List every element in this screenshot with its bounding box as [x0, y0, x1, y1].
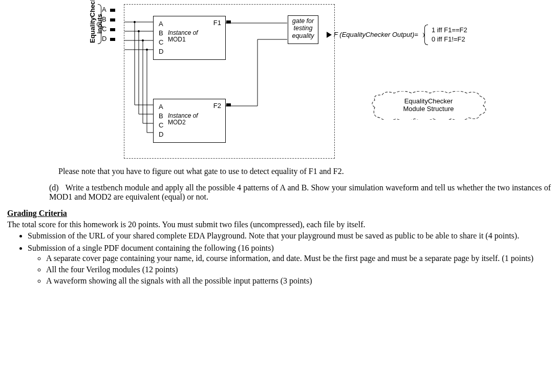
document-body: Please note that you have to figure out … [7, 167, 551, 286]
mod2-instance-of: Instance of [168, 112, 198, 119]
mod2-port-a: A [156, 102, 163, 112]
mod1-port-d-label: D [159, 48, 163, 55]
mod1-box: A B C D Instance of MOD1 F1 [153, 16, 226, 60]
mod2-port-c-label: C [159, 122, 163, 129]
equality-inputs-stack: A B C D [102, 5, 115, 44]
svg-point-0 [134, 21, 135, 23]
mod2-name: MOD2 [168, 119, 186, 126]
gate-line2: testing [294, 25, 313, 32]
equality-case-1: 1 iff F1==F2 [432, 27, 467, 34]
grading-subbullet-1: A separate cover page containing your na… [46, 254, 551, 263]
arrow-right-filled-icon [327, 32, 332, 38]
grading-bullets: Submission of the URL of your shared com… [28, 231, 551, 286]
mod2-port-a-label: A [159, 103, 163, 111]
input-row-c: C [102, 25, 115, 34]
grading-subbullet-3: A waveform showing all the signals with … [46, 276, 551, 286]
mod2-text: Instance of MOD2 [168, 113, 198, 126]
left-brace-icon [421, 25, 428, 45]
pin-icon [110, 9, 115, 12]
inputs-brace [97, 4, 101, 44]
part-d-paragraph: (d) Write a testbench module and apply a… [49, 183, 551, 202]
input-letter-b: B [102, 16, 108, 23]
mod2-port-d-label: D [159, 131, 163, 138]
mod2-box: A B C D Instance of MOD2 F2 [153, 99, 226, 143]
mod1-port-column: A B C D [156, 19, 163, 56]
mod1-port-b: B [156, 29, 163, 38]
equality-case-2: 0 iff F1!=F2 [432, 36, 467, 43]
input-row-d: D [102, 34, 115, 44]
mod1-port-d: D [156, 47, 163, 56]
mod2-port-b: B [156, 112, 163, 121]
gate-line3: equality [292, 32, 314, 39]
svg-point-1 [138, 30, 139, 32]
mod1-port-c-label: C [159, 39, 163, 46]
equality-gate-box: gate for testing equality [288, 15, 318, 44]
grading-subbullet-2: All the four Verilog modules (12 points) [46, 265, 551, 274]
grading-bullet-2: Submission of a single PDF document cont… [28, 244, 551, 286]
mod2-port-d: D [156, 130, 163, 139]
part-d-body: Write a testbench module and apply all t… [49, 183, 551, 201]
grading-bullet-1: Submission of the URL of your shared com… [28, 231, 551, 241]
mod2-port-c: C [156, 121, 163, 130]
pin-icon [110, 38, 115, 41]
mod1-text: Instance of MOD1 [168, 30, 198, 43]
grading-bullet-2-text: Submission of a single PDF document cont… [28, 244, 274, 252]
gate-line1: gate for [292, 17, 314, 25]
mod1-name: MOD1 [168, 36, 186, 43]
mod1-port-c: C [156, 38, 163, 47]
cloud-line2: Module Structure [403, 105, 454, 113]
pin-icon [110, 28, 115, 31]
mod2-port-column: A B C D [156, 102, 163, 139]
input-row-b: B [102, 15, 115, 25]
input-letter-c: C [102, 26, 108, 33]
cloud-line1: EqualityChecker [404, 97, 453, 105]
input-letter-d: D [102, 35, 108, 42]
grading-heading: Grading Criteria [7, 209, 551, 218]
grading-intro: The total score for this homework is 20 … [7, 220, 551, 229]
note-paragraph: Please note that you have to figure out … [58, 167, 551, 176]
svg-point-3 [146, 49, 147, 50]
mod2-out-label: F2 [213, 102, 221, 110]
equality-checker-diagram: EqualityChecker inputs A B C D [3, 2, 555, 161]
mod1-instance-of: Instance of [168, 29, 198, 36]
input-row-a: A [102, 5, 115, 15]
equality-output-expression: F (EqualityChecker Output)= 1 iff F1==F2… [325, 25, 467, 45]
pin-icon [110, 18, 115, 21]
mod1-port-b-label: B [159, 30, 163, 37]
part-d-tag: (d) [49, 183, 63, 192]
mod1-port-a-label: A [159, 20, 163, 28]
mod1-port-a: A [156, 19, 163, 29]
mod1-out-pin-icon [226, 20, 231, 24]
svg-point-2 [142, 39, 143, 41]
equality-output-prefix: F (EqualityChecker Output)= [334, 31, 418, 38]
mod1-out-label: F1 [213, 19, 221, 27]
mod2-out-pin-icon [226, 103, 231, 106]
input-letter-a: A [102, 6, 108, 13]
page-root: EqualityChecker inputs A B C D [3, 2, 555, 286]
cloud-callout: EqualityChecker Module Structure [370, 91, 487, 120]
mod2-port-b-label: B [159, 113, 163, 120]
grading-subbullets: A separate cover page containing your na… [46, 254, 551, 286]
inputs-vertical-label-line1: EqualityChecker [89, 5, 96, 43]
